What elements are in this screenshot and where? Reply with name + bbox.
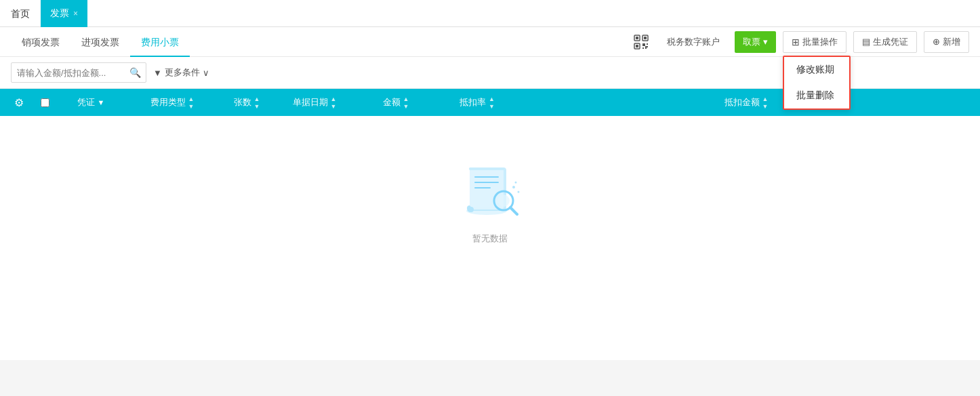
- gen-voucher-label: 生成凭证: [873, 36, 908, 48]
- batch-ops-icon: ⊞: [792, 37, 800, 47]
- svg-rect-9: [645, 46, 647, 49]
- th-expense-type: 费用类型 ▲ ▼: [125, 96, 220, 110]
- tab-expense-ticket[interactable]: 费用小票: [130, 27, 190, 57]
- svg-point-20: [515, 182, 517, 184]
- settings-icon[interactable]: ⚙: [14, 96, 24, 109]
- gen-voucher-button[interactable]: ▤ 生成凭证: [853, 31, 917, 53]
- more-conditions-button[interactable]: ▼ 更多条件 ∨: [153, 66, 209, 79]
- th-amount-label: 金额: [383, 96, 401, 108]
- select-all-checkbox[interactable]: [41, 98, 49, 107]
- svg-rect-10: [647, 46, 648, 47]
- tab-purchase-invoice[interactable]: 进项发票: [70, 27, 130, 57]
- amount-sort[interactable]: ▲ ▼: [403, 96, 409, 110]
- th-date-label: 单据日期: [293, 96, 328, 108]
- th-deduction-rate-label: 抵扣率: [460, 96, 486, 108]
- expense-type-sort[interactable]: ▲ ▼: [188, 96, 195, 110]
- add-new-button[interactable]: ⊕ 新增: [924, 31, 969, 53]
- sub-tabs-left: 销项发票 进项发票 费用小票: [11, 27, 190, 57]
- th-voucher-label: 凭证: [77, 96, 95, 108]
- batch-ops-dropdown: 修改账期 批量删除: [783, 56, 851, 110]
- batch-ops-button[interactable]: ⊞ 批量操作: [783, 31, 846, 53]
- date-sort[interactable]: ▲ ▼: [331, 96, 337, 110]
- th-settings: ⚙: [5, 96, 33, 109]
- tab-sales-invoice[interactable]: 销项发票: [11, 27, 70, 57]
- empty-state-icon: [449, 157, 531, 224]
- top-nav: 首页 发票 ×: [0, 0, 980, 27]
- deduction-rate-sort[interactable]: ▲ ▼: [489, 96, 495, 110]
- th-checkbox: [33, 98, 57, 107]
- voucher-filter-icon[interactable]: ▼: [98, 98, 105, 106]
- add-new-icon: ⊕: [933, 37, 940, 47]
- svg-point-19: [518, 191, 520, 193]
- svg-rect-3: [644, 37, 647, 39]
- svg-rect-1: [636, 37, 638, 39]
- qr-code-button[interactable]: [630, 31, 652, 53]
- th-expense-type-label: 费用类型: [150, 96, 186, 108]
- count-sort[interactable]: ▲ ▼: [254, 96, 260, 110]
- svg-rect-8: [642, 47, 644, 49]
- gen-voucher-icon: ▤: [862, 37, 870, 47]
- search-icon[interactable]: 🔍: [129, 67, 141, 78]
- svg-rect-7: [647, 43, 648, 45]
- add-new-label: 新增: [943, 36, 960, 48]
- take-invoice-arrow-icon: ▾: [763, 37, 768, 47]
- more-conditions-arrow-icon: ∨: [203, 68, 209, 78]
- th-date: 单据日期 ▲ ▼: [274, 96, 355, 110]
- svg-point-16: [497, 195, 510, 207]
- take-invoice-label: 取票: [743, 36, 760, 48]
- content-area: ⚙ 凭证 ▼ 费用类型 ▲ ▼ 张数 ▲ ▼ 单据日期 ▲: [0, 89, 980, 360]
- th-count-label: 张数: [234, 96, 251, 108]
- batch-ops-label: 批量操作: [802, 36, 838, 48]
- home-nav-item[interactable]: 首页: [0, 0, 41, 27]
- search-input[interactable]: [17, 68, 125, 78]
- filter-icon: ▼: [153, 68, 162, 78]
- svg-rect-6: [642, 43, 645, 46]
- th-deduction-amount-label: 抵扣金额: [724, 96, 760, 108]
- th-deduction-rate: 抵扣率 ▲ ▼: [436, 96, 518, 110]
- more-conditions-label: 更多条件: [165, 66, 200, 79]
- sub-tabs-right: 税务数字账户 取票 ▾ ⊞ 批量操作 修改账期 批量删除 ▤ 生成凭证 ⊕ 新增: [630, 31, 969, 53]
- th-amount: 金额 ▲ ▼: [355, 96, 436, 110]
- invoice-tab[interactable]: 发票 ×: [41, 0, 87, 27]
- deduction-amount-sort[interactable]: ▲ ▼: [762, 96, 769, 110]
- close-tab-icon[interactable]: ×: [73, 9, 78, 18]
- tax-account-button[interactable]: 税务数字账户: [659, 31, 728, 53]
- take-invoice-button[interactable]: 取票 ▾: [735, 31, 776, 53]
- empty-state-text: 暂无数据: [472, 233, 508, 245]
- th-deduction-amount: 抵扣金额 ▲ ▼: [518, 96, 975, 110]
- invoice-tab-label: 发票: [50, 7, 69, 20]
- sub-tabs-bar: 销项发票 进项发票 费用小票 税务数字账户 取票 ▾: [0, 27, 980, 57]
- svg-line-17: [510, 207, 517, 214]
- svg-point-18: [512, 186, 515, 189]
- th-count: 张数 ▲ ▼: [220, 96, 274, 110]
- batch-ops-wrapper: ⊞ 批量操作 修改账期 批量删除: [783, 31, 846, 53]
- search-input-wrap: 🔍: [11, 62, 146, 83]
- batch-delete-item[interactable]: 批量删除: [784, 83, 849, 108]
- modify-period-item[interactable]: 修改账期: [784, 57, 849, 83]
- svg-rect-5: [636, 45, 638, 47]
- empty-state: 暂无数据: [0, 116, 980, 272]
- th-voucher: 凭证 ▼: [57, 96, 125, 108]
